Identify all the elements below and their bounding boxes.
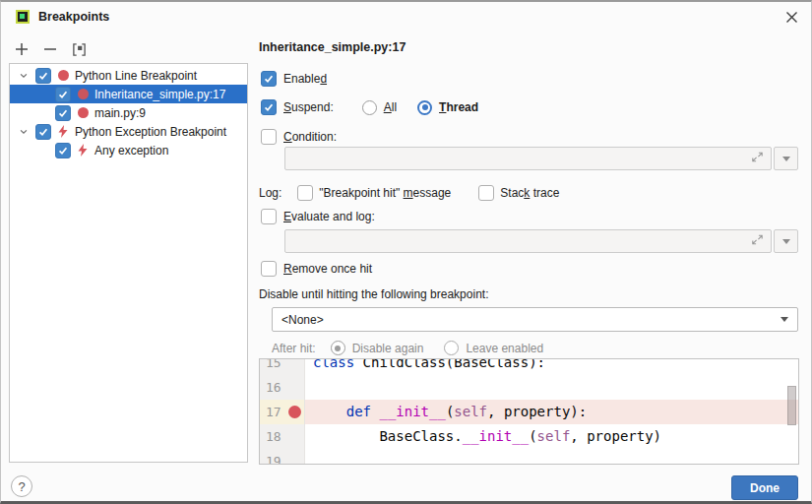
tree-item-any-exception[interactable]: Any exception — [10, 141, 247, 159]
remove-once-hit-label: Remove once hit — [283, 262, 372, 276]
enabled-checkbox[interactable] — [261, 71, 277, 87]
combobox-value: <None> — [281, 313, 324, 327]
exception-breakpoint-icon — [56, 125, 70, 139]
code-line-17: 17 def __init__(self, property): — [260, 400, 798, 424]
log-row: Log: "Breakpoint hit" message Stack trac… — [259, 185, 559, 201]
enabled-label: Enabled — [283, 72, 327, 86]
remove-once-hit-row: Remove once hit — [261, 261, 372, 277]
done-button[interactable]: Done — [731, 475, 798, 500]
checkbox-checked[interactable] — [35, 68, 51, 84]
breakpoint-dot-icon[interactable] — [288, 406, 301, 418]
code-line-16: 16 — [260, 375, 798, 400]
title-bar: Breakpoints — [1, 2, 811, 32]
tree-item-python-exception-breakpoint[interactable]: Python Exception Breakpoint — [10, 122, 247, 141]
after-hit-label: After hit: — [272, 342, 316, 355]
add-breakpoint-icon[interactable] — [13, 40, 31, 58]
code-text: def __init__(self, property): — [305, 400, 798, 424]
breakpoints-tree: Python Line Breakpoint Inheritance_simpl… — [9, 63, 248, 463]
expand-editor-icon[interactable] — [750, 232, 765, 250]
enabled-row: Enabled — [261, 71, 327, 87]
disable-again-radio[interactable] — [331, 341, 345, 355]
evaluate-input[interactable] — [284, 229, 772, 253]
checkbox-checked[interactable] — [55, 87, 71, 102]
stack-trace-label: Stack trace — [500, 186, 559, 200]
suspend-label: Suspend: — [283, 100, 334, 114]
evaluate-checkbox[interactable] — [261, 209, 277, 224]
condition-label: Condition: — [283, 130, 337, 144]
breakpoint-hit-message-checkbox[interactable] — [297, 185, 313, 201]
evaluate-label: Evaluate and log: — [283, 210, 375, 223]
breakpoint-detail-title: Inheritance_simple.py:17 — [259, 40, 406, 54]
tree-item-python-line-breakpoint[interactable]: Python Line Breakpoint — [10, 66, 247, 85]
line-number: 17 — [260, 400, 305, 424]
evaluate-history-dropdown[interactable] — [774, 229, 798, 253]
breakpoint-hit-message-label: "Breakpoint hit" message — [319, 186, 451, 200]
code-line-18: 18 BaseClass.__init__(self, property) — [260, 424, 798, 449]
remove-breakpoint-icon[interactable] — [41, 40, 59, 58]
disable-again-label: Disable again — [352, 342, 424, 355]
line-number: 15 — [260, 358, 305, 375]
suspend-row: Suspend: All Thread — [261, 99, 478, 115]
tree-item-label: Python Exception Breakpoint — [75, 125, 226, 139]
line-breakpoint-icon — [76, 88, 90, 101]
condition-history-dropdown[interactable] — [774, 147, 798, 170]
chevron-down-icon — [781, 317, 788, 322]
close-icon[interactable] — [781, 7, 801, 27]
stack-trace-checkbox[interactable] — [478, 185, 494, 201]
group-breakpoints-icon[interactable] — [70, 40, 88, 58]
disable-until-label: Disable until hitting the following brea… — [259, 287, 488, 301]
suspend-all-label: All — [384, 100, 397, 114]
checkbox-checked[interactable] — [55, 143, 71, 158]
chevron-down-icon[interactable] — [16, 68, 31, 84]
breakpoints-dialog: Breakpoints Python Line Breakpoint Inher… — [0, 0, 812, 504]
evaluate-row: Evaluate and log: — [261, 209, 375, 224]
code-line-19: 19 — [260, 449, 798, 465]
breakpoints-toolbar — [13, 40, 88, 58]
pycharm-app-icon — [16, 10, 30, 24]
condition-input[interactable] — [284, 147, 772, 170]
line-breakpoint-icon — [76, 106, 90, 120]
remove-once-hit-checkbox[interactable] — [261, 261, 277, 277]
leave-enabled-label: Leave enabled — [466, 342, 543, 355]
tree-item-inheritance-simple[interactable]: Inheritance_simple.py:17 — [10, 85, 247, 103]
checkbox-checked[interactable] — [55, 105, 71, 121]
suspend-thread-radio[interactable] — [417, 100, 432, 115]
tree-item-label: Any exception — [94, 144, 168, 158]
condition-row: Condition: — [261, 129, 337, 145]
code-line-15: 15class ChildClass(BaseClass): — [260, 358, 798, 375]
code-text — [305, 375, 798, 400]
suspend-all-radio[interactable] — [362, 100, 377, 115]
log-label: Log: — [259, 186, 281, 200]
editor-scrollbar-thumb[interactable] — [787, 386, 796, 425]
line-number: 16 — [260, 375, 305, 400]
tree-item-label: main.py:9 — [94, 106, 146, 120]
line-number: 19 — [260, 449, 305, 465]
tree-item-label: Inheritance_simple.py:17 — [94, 88, 225, 101]
code-text: class ChildClass(BaseClass): — [305, 358, 798, 375]
suspend-thread-label: Thread — [439, 100, 478, 114]
line-number: 18 — [260, 424, 305, 449]
suspend-checkbox[interactable] — [261, 99, 277, 115]
condition-checkbox[interactable] — [261, 129, 277, 145]
code-preview-editor[interactable]: 15class ChildClass(BaseClass):1617 def _… — [259, 358, 799, 465]
line-breakpoint-icon — [56, 69, 70, 83]
help-button[interactable]: ? — [11, 475, 32, 497]
disable-until-combobox[interactable]: <None> — [272, 307, 798, 332]
code-text: BaseClass.__init__(self, property) — [305, 424, 798, 449]
after-hit-row: After hit: Disable again Leave enabled — [272, 341, 543, 355]
exception-breakpoint-icon — [76, 144, 90, 158]
tree-item-label: Python Line Breakpoint — [75, 69, 197, 83]
tree-item-main-py[interactable]: main.py:9 — [10, 103, 247, 122]
expand-editor-icon[interactable] — [750, 150, 765, 167]
dialog-title: Breakpoints — [38, 10, 109, 24]
chevron-down-icon[interactable] — [16, 124, 31, 140]
checkbox-checked[interactable] — [35, 124, 51, 140]
leave-enabled-radio[interactable] — [444, 341, 459, 355]
code-text — [305, 449, 798, 465]
